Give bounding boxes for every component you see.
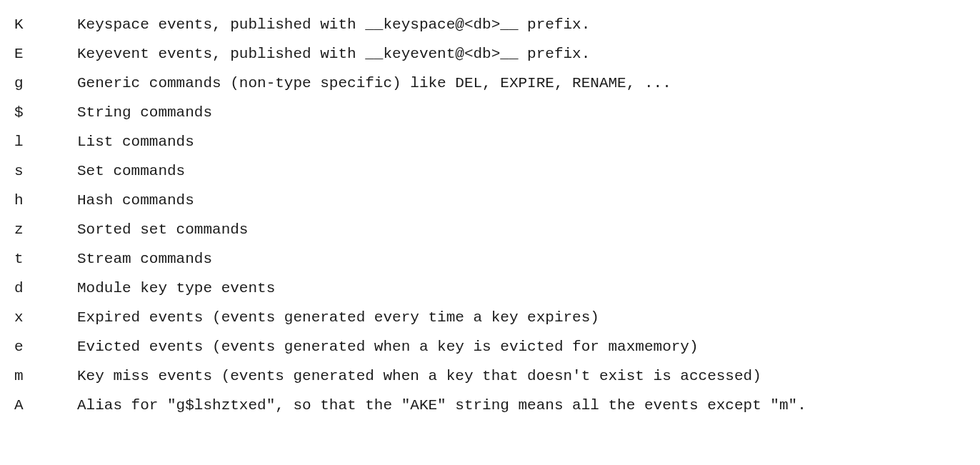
flag-key: A: [14, 398, 77, 413]
table-row: $ String commands: [14, 105, 966, 120]
flag-desc: String commands: [77, 105, 966, 120]
flag-key: K: [14, 17, 77, 32]
table-row: g Generic commands (non-type specific) l…: [14, 76, 966, 91]
flag-key: t: [14, 251, 77, 266]
flag-key: E: [14, 46, 77, 61]
flag-desc: Alias for "g$lshztxed", so that the "AKE…: [77, 398, 966, 413]
flag-key: d: [14, 281, 77, 296]
table-row: m Key miss events (events generated when…: [14, 369, 966, 384]
table-row: A Alias for "g$lshztxed", so that the "A…: [14, 398, 966, 413]
flag-desc: Generic commands (non-type specific) lik…: [77, 76, 966, 91]
table-row: e Evicted events (events generated when …: [14, 339, 966, 354]
flag-desc: Keyspace events, published with __keyspa…: [77, 17, 966, 32]
flag-desc: List commands: [77, 134, 966, 149]
table-row: t Stream commands: [14, 251, 966, 266]
flag-key: h: [14, 193, 77, 208]
flag-desc: Set commands: [77, 164, 966, 179]
flag-key: l: [14, 134, 77, 149]
flag-key: g: [14, 76, 77, 91]
flag-desc: Stream commands: [77, 251, 966, 266]
flag-desc: Keyevent events, published with __keyeve…: [77, 46, 966, 61]
table-row: l List commands: [14, 134, 966, 149]
flags-table: K Keyspace events, published with __keys…: [14, 17, 966, 413]
table-row: z Sorted set commands: [14, 222, 966, 237]
flag-desc: Hash commands: [77, 193, 966, 208]
table-row: E Keyevent events, published with __keye…: [14, 46, 966, 61]
flag-desc: Expired events (events generated every t…: [77, 310, 966, 325]
flag-desc: Sorted set commands: [77, 222, 966, 237]
flag-key: $: [14, 105, 77, 120]
flag-desc: Module key type events: [77, 281, 966, 296]
flag-desc: Evicted events (events generated when a …: [77, 339, 966, 354]
table-row: d Module key type events: [14, 281, 966, 296]
flag-key: x: [14, 310, 77, 325]
table-row: K Keyspace events, published with __keys…: [14, 17, 966, 32]
flag-desc: Key miss events (events generated when a…: [77, 369, 966, 384]
table-row: s Set commands: [14, 164, 966, 179]
flag-key: s: [14, 164, 77, 179]
flag-key: m: [14, 369, 77, 384]
flag-key: z: [14, 222, 77, 237]
flag-key: e: [14, 339, 77, 354]
table-row: h Hash commands: [14, 193, 966, 208]
table-row: x Expired events (events generated every…: [14, 310, 966, 325]
